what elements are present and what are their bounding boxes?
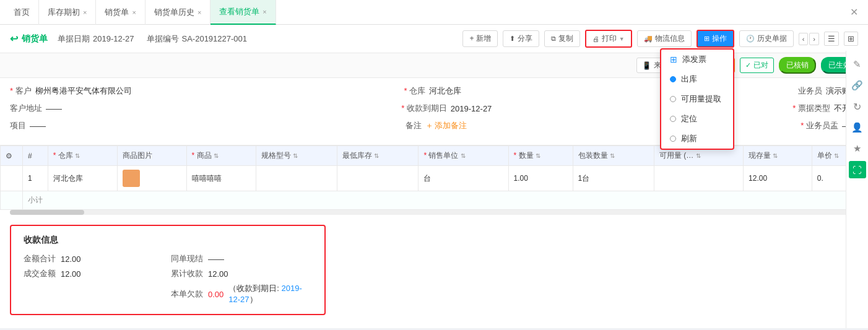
- menu-item-add-invoice[interactable]: ⊞ 添发票: [661, 50, 733, 69]
- tab-inventory-init-close[interactable]: ×: [83, 9, 87, 16]
- menu-item-available-qty-label: 可用量提取: [681, 93, 721, 105]
- copy-button-label: 复制: [558, 33, 573, 44]
- warehouse-field: 仓库 河北仓库: [404, 85, 799, 97]
- table-header-row: ⚙ # 仓库 ⇅ 商品图片 商品 ⇅ 规格型号 ⇅ 最低库存 ⇅ 销售单位 ⇅ …: [1, 146, 868, 166]
- tab-sales-history-close[interactable]: ×: [197, 9, 201, 16]
- bottom-info-box: 收款信息 金额合计 12.00 同单现结 —— 成交金额 12.00 累计收款 …: [10, 225, 326, 315]
- info-row-total: 金额合计 12.00: [24, 253, 165, 264]
- col-warehouse-header: 仓库 ⇅: [48, 146, 117, 166]
- scroll-thumb[interactable]: [10, 210, 84, 215]
- cell-product: 嘻嘻嘻嘻: [186, 166, 256, 191]
- menu-item-refresh-label: 刷新: [681, 133, 697, 144]
- grid-view-button[interactable]: ⊞: [844, 32, 858, 46]
- logistics-button[interactable]: 🚚 物流信息: [637, 30, 692, 47]
- grid-icon: ⊞: [670, 54, 677, 64]
- phone-icon: 📱: [642, 61, 651, 70]
- deal-amount-value: 12.00: [61, 269, 81, 279]
- payment-date-label: 收款到期日: [401, 103, 447, 114]
- tab-sales-order-close[interactable]: ×: [132, 9, 136, 16]
- print-button[interactable]: 🖨 打印 ▼: [585, 30, 632, 48]
- logistics-button-label: 物流信息: [655, 33, 685, 44]
- verified-label: 已对: [753, 60, 768, 71]
- subtotal-label: 小计: [23, 191, 868, 210]
- tab-inventory-init[interactable]: 库存期初 ×: [39, 0, 96, 25]
- cell-min-stock: [337, 166, 418, 191]
- cell-pack-qty: 1台: [573, 166, 654, 191]
- no-label: 单据编号: [147, 33, 179, 45]
- verified-button[interactable]: ✓ 已对: [740, 58, 774, 73]
- sec-toolbar: 📱 来自手机 未开票 ✓ 已对 已核销 已生效: [0, 53, 868, 78]
- tab-sales-order-label: 销货单: [105, 7, 129, 18]
- cancelled-status[interactable]: 已核销: [779, 57, 816, 74]
- bottom-info-title: 收款信息: [24, 235, 312, 246]
- gear-icon[interactable]: ⚙: [6, 152, 12, 160]
- info-row-deal-amount: 成交金额 12.00: [24, 268, 165, 279]
- col-sales-unit-header: 销售单位 ⇅: [419, 146, 508, 166]
- copy-button[interactable]: ⧉ 复制: [544, 30, 580, 47]
- owed-extra: （收款到期日: 2019-12-27）: [228, 283, 312, 305]
- prev-button[interactable]: ‹: [799, 33, 809, 45]
- edit-sidebar-icon[interactable]: ✎: [849, 56, 866, 73]
- horizontal-scrollbar[interactable]: [10, 210, 858, 215]
- cell-no: 1: [23, 166, 48, 191]
- add-button[interactable]: + 新增: [462, 30, 497, 47]
- tab-sales-history[interactable]: 销货单历史 ×: [145, 0, 210, 25]
- addr-label: 客户地址: [10, 103, 42, 114]
- star-sidebar-icon[interactable]: ★: [849, 140, 866, 157]
- share-button-label: 分享: [518, 33, 532, 44]
- table-row: 1 河北仓库 嘻嘻嘻嘻 台 1.00 1台 12.00 0.: [1, 166, 868, 191]
- tab-sales-history-label: 销货单历史: [154, 7, 194, 18]
- tab-view-sales-close[interactable]: ×: [263, 8, 266, 15]
- col-pack-qty-header: 包装数量 ⇅: [573, 146, 654, 166]
- add-button-label: + 新增: [469, 33, 490, 44]
- data-table: ⚙ # 仓库 ⇅ 商品图片 商品 ⇅ 规格型号 ⇅ 最低库存 ⇅ 销售单位 ⇅ …: [0, 145, 868, 210]
- table-wrapper: ⚙ # 仓库 ⇅ 商品图片 商品 ⇅ 规格型号 ⇅ 最低库存 ⇅ 销售单位 ⇅ …: [0, 145, 868, 215]
- window-close-button[interactable]: ✕: [845, 6, 863, 18]
- deal-amount-label: 成交金额: [24, 268, 56, 279]
- cell-model: [256, 166, 337, 191]
- print-button-label: 打印: [602, 33, 617, 44]
- info-row-same-settle: 同单现结 ——: [171, 253, 312, 264]
- cell-img: [117, 166, 186, 191]
- customer-value: 柳州粤港平安气体有限公司: [35, 85, 132, 97]
- next-button[interactable]: ›: [809, 33, 819, 45]
- expand-sidebar-icon[interactable]: ⛶: [849, 161, 866, 178]
- addr-value: ——: [46, 104, 62, 113]
- project-value: ——: [30, 121, 46, 131]
- cell-sales-unit: 台: [419, 166, 508, 191]
- tab-home-label: 首页: [14, 7, 30, 18]
- same-settle-value: ——: [208, 254, 224, 264]
- remark-field: 备注 ＋ 添加备注: [406, 120, 801, 131]
- customer-field: 客户 柳州粤港平安气体有限公司: [10, 85, 404, 97]
- tab-view-sales[interactable]: 查看销货单 ×: [210, 0, 276, 25]
- menu-item-locate[interactable]: 定位: [661, 109, 733, 129]
- refresh-sidebar-icon[interactable]: ↻: [849, 98, 866, 115]
- menu-item-refresh[interactable]: 刷新: [661, 129, 733, 149]
- staff-label: 业务员: [798, 85, 822, 97]
- owed-label: 本单欠款: [171, 289, 203, 300]
- history-button[interactable]: 🕐 历史单据: [739, 30, 794, 47]
- col-qty-header: 数量 ⇅: [508, 146, 573, 166]
- menu-item-outbound[interactable]: 出库: [661, 69, 733, 89]
- owed-value: 0.00: [208, 290, 224, 299]
- share-button[interactable]: ⬆ 分享: [503, 30, 539, 47]
- tab-home[interactable]: 首页: [5, 0, 39, 25]
- list-view-button[interactable]: ☰: [824, 32, 839, 46]
- person-sidebar-icon[interactable]: 👤: [849, 119, 866, 136]
- col-min-stock-header: 最低库存 ⇅: [337, 146, 418, 166]
- info-grid: 金额合计 12.00 同单现结 —— 成交金额 12.00 累计收款 12.00…: [24, 253, 312, 305]
- operate-dropdown: ⊞ 操作 ⊞ 添发票 出库 可用量提取: [697, 30, 734, 48]
- menu-item-available-qty[interactable]: 可用量提取: [661, 89, 733, 109]
- link-sidebar-icon[interactable]: 🔗: [849, 77, 866, 94]
- product-image: [123, 170, 140, 187]
- project-label: 项目: [10, 120, 26, 131]
- add-remark-button[interactable]: ＋ 添加备注: [425, 120, 467, 131]
- nav-arrows: ‹ ›: [799, 33, 819, 45]
- same-settle-label: 同单现结: [171, 253, 203, 264]
- menu-item-outbound-label: 出库: [681, 74, 697, 85]
- info-row-owed: 本单欠款 0.00 （收款到期日: 2019-12-27）: [171, 283, 312, 305]
- operate-button[interactable]: ⊞ 操作: [697, 30, 734, 48]
- tab-sales-order[interactable]: 销货单 ×: [96, 0, 145, 25]
- plus-icon: ＋: [425, 120, 433, 131]
- subtotal-gear: [1, 191, 23, 210]
